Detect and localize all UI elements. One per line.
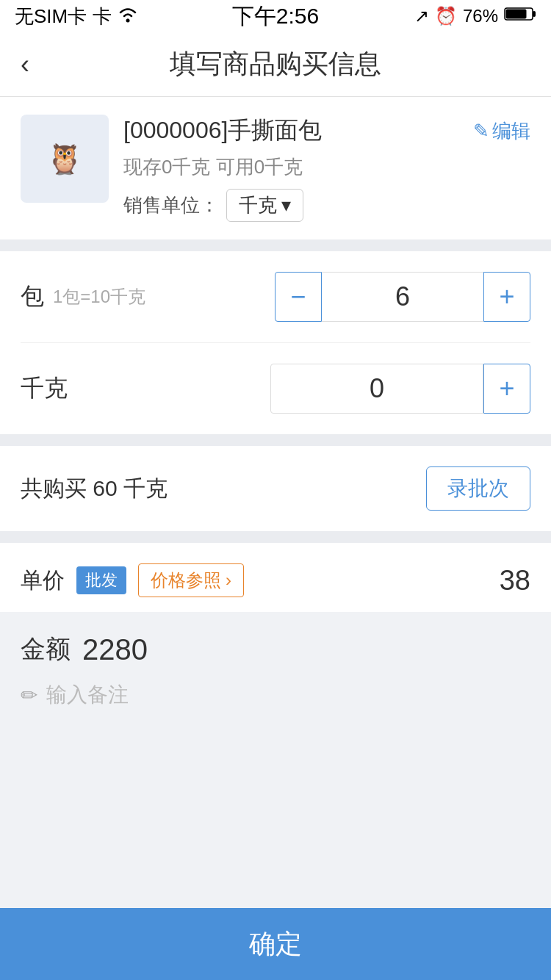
product-unit-row: 销售单位： 千克 ▾ bbox=[123, 189, 530, 222]
package-decrement-button[interactable]: − bbox=[275, 272, 322, 322]
remark-icon: ✏ bbox=[21, 683, 37, 707]
sim-icon: 卡 bbox=[93, 4, 112, 29]
amount-value: 2280 bbox=[82, 633, 148, 666]
separator-3 bbox=[0, 531, 551, 543]
edit-icon: ✎ bbox=[473, 120, 489, 143]
price-section: 单价 批发 价格参照 › 38 bbox=[0, 543, 551, 612]
separator-2 bbox=[0, 434, 551, 446]
product-logo-icon: 🦉 bbox=[46, 142, 83, 176]
status-left: 无SIM卡 卡 bbox=[15, 4, 138, 29]
remark-placeholder: 输入备注 bbox=[46, 681, 129, 709]
carrier-text: 无SIM卡 bbox=[15, 4, 87, 29]
location-icon: ↗ bbox=[414, 6, 429, 26]
back-button[interactable]: ‹ bbox=[21, 49, 29, 80]
battery-icon bbox=[504, 6, 536, 26]
status-right: ↗ ⏰ 76% bbox=[414, 6, 536, 26]
kg-label: 千克 bbox=[21, 372, 68, 405]
amount-row: 金额 2280 bbox=[21, 633, 530, 674]
svg-rect-3 bbox=[506, 10, 527, 19]
product-image: 🦉 bbox=[21, 115, 109, 203]
package-stepper: − + bbox=[275, 272, 530, 322]
package-label: 包 1包=10千克 bbox=[21, 281, 145, 313]
price-row: 单价 批发 价格参照 › 38 bbox=[21, 563, 530, 597]
package-input[interactable] bbox=[322, 272, 483, 322]
unit-dropdown-icon: ▾ bbox=[281, 194, 291, 217]
confirm-button[interactable]: 确定 bbox=[0, 908, 551, 980]
battery-text: 76% bbox=[463, 6, 498, 26]
kg-input[interactable] bbox=[270, 364, 483, 414]
alarm-icon: ⏰ bbox=[435, 6, 457, 26]
total-text: 共购买 60 千克 bbox=[21, 474, 168, 504]
amount-label: 金额 bbox=[21, 633, 71, 666]
product-info: [0000006]手撕面包 ✎ 编辑 现存0千克 可用0千克 销售单位： 千克 … bbox=[123, 115, 530, 222]
total-section: 共购买 60 千克 录批次 bbox=[0, 446, 551, 531]
price-tag: 批发 bbox=[76, 566, 126, 594]
edit-button[interactable]: ✎ 编辑 bbox=[473, 118, 530, 144]
page-title: 填写商品购买信息 bbox=[170, 46, 381, 82]
package-hint: 1包=10千克 bbox=[53, 285, 145, 309]
input-section: 包 1包=10千克 − + 千克 + bbox=[0, 251, 551, 434]
kg-increment-button[interactable]: + bbox=[483, 364, 530, 414]
amount-section: 金额 2280 ✏ 输入备注 bbox=[0, 612, 551, 724]
unit-label: 销售单位： bbox=[123, 192, 219, 218]
status-bar: 无SIM卡 卡 下午2:56 ↗ ⏰ 76% bbox=[0, 0, 551, 32]
separator-1 bbox=[0, 239, 551, 251]
package-increment-button[interactable]: + bbox=[483, 272, 530, 322]
product-stock: 现存0千克 可用0千克 bbox=[123, 154, 530, 180]
status-time: 下午2:56 bbox=[232, 1, 319, 32]
product-card: 🦉 [0000006]手撕面包 ✎ 编辑 现存0千克 可用0千克 销售单位： 千… bbox=[0, 97, 551, 239]
price-value: 38 bbox=[500, 565, 530, 597]
price-ref-icon: › bbox=[226, 570, 231, 591]
svg-point-0 bbox=[126, 18, 130, 22]
nav-bar: ‹ 填写商品购买信息 bbox=[0, 32, 551, 97]
price-ref-button[interactable]: 价格参照 › bbox=[138, 563, 244, 597]
svg-rect-2 bbox=[533, 11, 536, 17]
kg-stepper: + bbox=[270, 364, 530, 414]
kg-input-row: 千克 + bbox=[21, 343, 530, 434]
batch-button[interactable]: 录批次 bbox=[426, 466, 530, 511]
remark-row[interactable]: ✏ 输入备注 bbox=[21, 674, 530, 724]
product-name: [0000006]手撕面包 bbox=[123, 115, 322, 147]
unit-price-label: 单价 bbox=[21, 566, 65, 596]
wifi-icon bbox=[118, 5, 138, 28]
unit-select[interactable]: 千克 ▾ bbox=[226, 189, 303, 222]
package-input-row: 包 1包=10千克 − + bbox=[21, 251, 530, 343]
